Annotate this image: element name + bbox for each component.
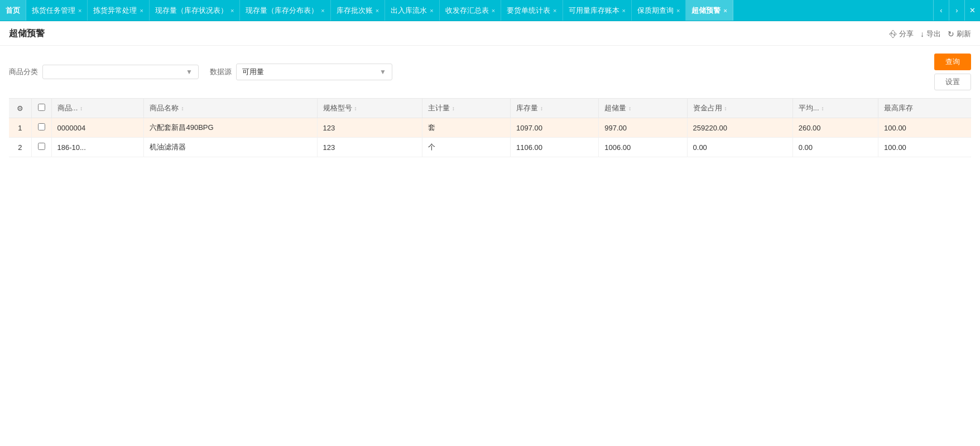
nav-tab-tab-9[interactable]: 可用量库存账本×: [563, 0, 632, 21]
cell-capital-1: 0.00: [687, 138, 792, 157]
gear-icon: ⚙: [17, 104, 23, 113]
th-over[interactable]: 超储量 ↕: [599, 99, 687, 118]
cell-code-0: 0000004: [51, 118, 144, 138]
nav-tab-tab-4[interactable]: 现存量（库存分布表）×: [240, 0, 330, 21]
datasource-select[interactable]: 可用量 ▼: [236, 64, 392, 80]
cell-stock-1: 1106.00: [510, 138, 598, 157]
refresh-icon: ↻: [948, 30, 954, 38]
category-filter-group: 商品分类 ▼: [9, 65, 199, 79]
close-tab-tab-4[interactable]: ×: [321, 7, 324, 14]
cell-check-0[interactable]: [31, 118, 51, 138]
close-tab-tab-11[interactable]: ×: [723, 7, 727, 14]
th-max[interactable]: 最高库存: [878, 99, 971, 118]
nav-tab-tab-11[interactable]: 超储预警×: [686, 0, 733, 21]
export-icon: ↓: [920, 30, 924, 38]
cell-check-1[interactable]: [31, 138, 51, 157]
th-avg[interactable]: 平均... ↕: [792, 99, 878, 118]
page-header: 超储预警 ⛗ 分享 ↓ 导出 ↻ 刷新: [0, 21, 980, 46]
nav-tab-tab-2[interactable]: 拣货异常处理×: [88, 0, 149, 21]
cell-no-0: 1: [9, 118, 31, 138]
cell-avg-1: 0.00: [792, 138, 878, 157]
sort-stock-icon: ↕: [540, 105, 543, 112]
cell-over-1: 1006.00: [599, 138, 687, 157]
close-tab-tab-3[interactable]: ×: [230, 7, 234, 14]
header-actions: ⛗ 分享 ↓ 导出 ↻ 刷新: [889, 29, 971, 39]
nav-arrow-left[interactable]: ‹: [933, 0, 949, 21]
cell-max-1: 100.00: [878, 138, 971, 157]
category-chevron-icon: ▼: [186, 68, 193, 76]
nav-home[interactable]: 首页: [0, 0, 26, 21]
row-checkbox-1[interactable]: [38, 143, 45, 150]
sort-capital-icon: ↕: [724, 105, 727, 112]
nav-tab-tab-8[interactable]: 要货单统计表×: [501, 0, 563, 21]
datasource-select-value: 可用量: [242, 67, 379, 77]
sort-spec-icon: ↕: [354, 105, 357, 112]
share-icon: ⛗: [889, 30, 897, 38]
close-tab-tab-8[interactable]: ×: [553, 7, 556, 14]
sort-avg-icon: ↕: [822, 105, 824, 112]
close-tab-tab-6[interactable]: ×: [430, 7, 433, 14]
cell-name-0: 六配套新昌490BPG: [144, 118, 317, 138]
nav-tab-tab-1[interactable]: 拣货任务管理×: [26, 0, 88, 21]
cell-name-1: 机油滤清器: [144, 138, 317, 157]
cell-unit-1: 个: [422, 138, 510, 157]
refresh-action[interactable]: ↻ 刷新: [948, 29, 971, 39]
share-action[interactable]: ⛗ 分享: [889, 29, 914, 39]
th-name[interactable]: 商品名称 ↕: [144, 99, 317, 118]
th-gear[interactable]: ⚙: [9, 99, 31, 118]
th-unit[interactable]: 主计量 ↕: [422, 99, 510, 118]
close-tab-tab-1[interactable]: ×: [78, 7, 81, 14]
cell-avg-0: 260.00: [792, 118, 878, 138]
filter-buttons: 查询 设置: [934, 54, 971, 90]
th-check[interactable]: [31, 99, 51, 118]
table-container: ⚙ 商品... ↕ 商品名称 ↕: [0, 98, 980, 157]
nav-tab-tab-3[interactable]: 现存量（库存状况表）×: [150, 0, 240, 21]
sort-code-icon: ↕: [80, 105, 83, 112]
row-checkbox-0[interactable]: [38, 123, 45, 130]
cell-over-0: 997.00: [599, 118, 687, 138]
datasource-chevron-icon: ▼: [379, 68, 386, 76]
select-all-checkbox[interactable]: [38, 104, 45, 111]
page-content: 超储预警 ⛗ 分享 ↓ 导出 ↻ 刷新 商品分类 ▼ 数据源: [0, 21, 980, 446]
close-tab-tab-7[interactable]: ×: [492, 7, 495, 14]
nav-arrow-right[interactable]: ›: [949, 0, 964, 21]
close-tab-tab-10[interactable]: ×: [676, 7, 680, 14]
page-title: 超储预警: [9, 28, 45, 40]
category-select[interactable]: ▼: [42, 65, 199, 79]
top-nav: 首页 拣货任务管理×拣货异常处理×现存量（库存状况表）×现存量（库存分布表）×库…: [0, 0, 980, 21]
cell-capital-0: 259220.00: [687, 118, 792, 138]
cell-unit-0: 套: [422, 118, 510, 138]
th-code[interactable]: 商品... ↕: [51, 99, 144, 118]
datasource-label: 数据源: [210, 67, 232, 77]
close-tab-tab-9[interactable]: ×: [622, 7, 626, 14]
table-row: 1 0000004 六配套新昌490BPG 123 套 1097.00 997.…: [9, 118, 971, 138]
nav-arrow-close[interactable]: ✕: [964, 0, 980, 21]
nav-tab-tab-5[interactable]: 库存批次账×: [331, 0, 385, 21]
close-tab-tab-2[interactable]: ×: [140, 7, 143, 14]
category-label: 商品分类: [9, 67, 38, 77]
table-row: 2 186-10... 机油滤清器 123 个 1106.00 1006.00 …: [9, 138, 971, 157]
nav-tab-tab-7[interactable]: 收发存汇总表×: [440, 0, 501, 21]
th-spec[interactable]: 规格型号 ↕: [317, 99, 422, 118]
cell-code-1: 186-10...: [51, 138, 144, 157]
sort-name-icon: ↕: [181, 105, 184, 112]
th-stock[interactable]: 库存量 ↕: [510, 99, 598, 118]
export-action[interactable]: ↓ 导出: [920, 29, 941, 39]
cell-stock-0: 1097.00: [510, 118, 598, 138]
nav-tab-tab-10[interactable]: 保质期查询×: [632, 0, 686, 21]
cell-spec-1: 123: [317, 138, 422, 157]
table-header: ⚙ 商品... ↕ 商品名称 ↕: [9, 99, 971, 118]
data-table: ⚙ 商品... ↕ 商品名称 ↕: [9, 98, 971, 157]
table-body: 1 0000004 六配套新昌490BPG 123 套 1097.00 997.…: [9, 118, 971, 157]
close-tab-tab-5[interactable]: ×: [376, 7, 379, 14]
cell-no-1: 2: [9, 138, 31, 157]
datasource-filter-group: 数据源 可用量 ▼: [210, 64, 392, 80]
sort-unit-icon: ↕: [452, 105, 455, 112]
th-capital[interactable]: 资金占用 ↕: [687, 99, 792, 118]
filter-area: 商品分类 ▼ 数据源 可用量 ▼ 查询 设置: [0, 46, 980, 98]
nav-tab-tab-6[interactable]: 出入库流水×: [385, 0, 439, 21]
sort-over-icon: ↕: [628, 105, 631, 112]
query-button[interactable]: 查询: [934, 54, 971, 70]
cell-max-0: 100.00: [878, 118, 971, 138]
settings-button[interactable]: 设置: [934, 74, 971, 90]
